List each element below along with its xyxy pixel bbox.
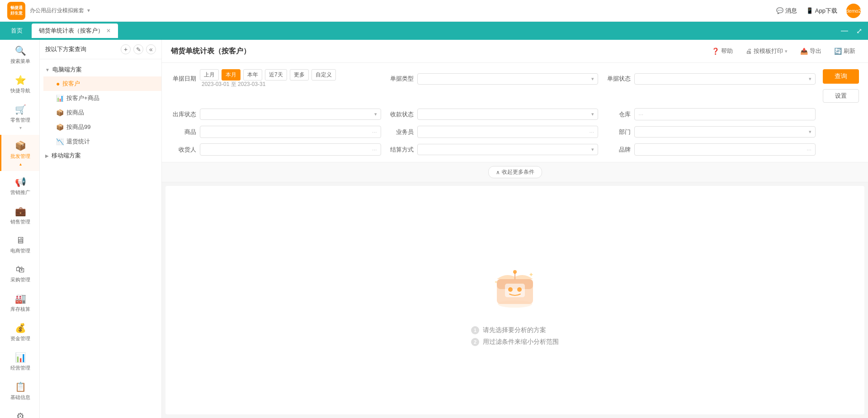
settings-button[interactable]: 设置 <box>823 89 859 103</box>
tree-item-customer-goods[interactable]: 📊 按客户+商品 <box>43 91 161 105</box>
maximize-button[interactable]: ⤢ <box>854 25 864 36</box>
query-button[interactable]: 查询 <box>823 69 859 84</box>
nav-sidebar: 🔍 搜索菜单 ⭐ 快捷导航 🛒 零售管理 ▾ 📦 批发管理 ▴ 📢 营销推广 💼… <box>0 40 40 418</box>
out-status-filter-cell: 出库状态 ▾ <box>171 109 381 120</box>
goods-input[interactable]: ··· <box>200 126 381 138</box>
payment-select[interactable]: ▾ <box>417 144 599 155</box>
empty-state: ✦ ✦ 1 请先选择要分析的方案 2 用过滤条件来缩小分析范围 <box>165 186 864 414</box>
warehouse-label: 仓库 <box>605 110 631 119</box>
minimize-button[interactable]: — <box>839 25 850 36</box>
warehouse-input[interactable]: ··· <box>634 108 816 120</box>
help-button[interactable]: ❓ 帮助 <box>708 45 736 57</box>
customer-goods-icon: 📊 <box>56 95 64 102</box>
by-customer-icon: ● <box>56 80 60 87</box>
brand-label: 品牌 <box>605 146 631 154</box>
wholesale-arrow-icon: ▴ <box>19 162 22 166</box>
staff-label: 业务员 <box>388 128 414 136</box>
download-icon: 📱 <box>806 7 813 14</box>
sidebar-item-operation[interactable]: 📊 经营管理 <box>0 347 39 376</box>
date-btn-this-month[interactable]: 本月 <box>222 69 241 81</box>
staff-filter-cell: 业务员 ··· <box>388 126 599 138</box>
page-header-actions: ❓ 帮助 🖨 按模板打印 ▾ 📤 导出 🔄 刷新 <box>708 45 859 57</box>
tab-close-icon[interactable]: ✕ <box>106 28 111 34</box>
date-btn-custom[interactable]: 自定义 <box>311 69 336 81</box>
recv-status-select[interactable]: ▾ <box>417 109 599 120</box>
refresh-button[interactable]: 🔄 刷新 <box>830 45 859 57</box>
brand-filter-cell: 品牌 ··· <box>605 143 816 156</box>
sidebar-item-base[interactable]: 📋 基础信息 <box>0 376 39 405</box>
topbar-right: 💬 消息 📱 App下载 demo2 <box>776 4 861 18</box>
doc-type-chevron-icon: ▾ <box>591 76 594 82</box>
sidebar-item-search-menu[interactable]: 🔍 搜索菜单 <box>0 40 39 69</box>
search-menu-icon: 🔍 <box>15 45 26 56</box>
tree-item-return-stats[interactable]: 📉 退货统计 <box>43 134 161 149</box>
recipient-label: 收货人 <box>171 146 196 154</box>
sidebar-item-wholesale[interactable]: 📦 批发管理 ▴ <box>0 135 39 171</box>
doc-type-label: 单据类型 <box>388 75 414 83</box>
print-button[interactable]: 🖨 按模板打印 ▾ <box>742 45 791 57</box>
app-title: 办公用品行业模拟账套 ▾ <box>30 7 90 14</box>
tree-group-pc-header[interactable]: ▼ 电脑端方案 <box>40 63 161 76</box>
doc-status-label: 单据状态 <box>605 75 631 83</box>
refresh-icon: 🔄 <box>834 48 842 55</box>
tree-item-by-goods-99[interactable]: 📦 按商品99 <box>43 120 161 134</box>
date-label: 单据日期 <box>171 75 196 83</box>
sidebar-item-quick-nav[interactable]: ⭐ 快捷导航 <box>0 69 39 99</box>
recv-status-chevron-icon: ▾ <box>591 111 594 117</box>
print-icon: 🖨 <box>745 48 752 55</box>
sidebar-item-purchase[interactable]: 🛍 采购管理 <box>0 259 39 288</box>
sidebar-item-finance[interactable]: 💰 资金管理 <box>0 317 39 347</box>
avatar[interactable]: demo2 <box>846 4 861 18</box>
tab-home[interactable]: 首页 <box>4 24 30 38</box>
doc-type-select[interactable]: ▾ <box>417 73 599 85</box>
staff-input[interactable]: ··· <box>417 126 599 138</box>
date-btn-this-year[interactable]: 本年 <box>243 69 262 81</box>
collapse-panel-button[interactable]: « <box>146 44 156 54</box>
tree-item-by-goods[interactable]: 📦 按商品 <box>43 105 161 120</box>
tree-group-mobile-header[interactable]: ▶ 移动端方案 <box>40 149 161 162</box>
app-logo: 畅捷通好生意 <box>7 2 25 20</box>
tab-report[interactable]: 销货单统计表（按客户） ✕ <box>32 24 118 38</box>
return-stats-icon: 📉 <box>56 138 64 145</box>
brand-input[interactable]: ··· <box>634 143 816 156</box>
tabbar: 首页 销货单统计表（按客户） ✕ — ⤢ <box>0 22 868 40</box>
date-btn-more[interactable]: 更多 <box>290 69 309 81</box>
sidebar-item-sales[interactable]: 💼 销售管理 <box>0 200 39 230</box>
date-btn-7days[interactable]: 近7天 <box>265 69 287 81</box>
payment-filter-cell: 结算方式 ▾ <box>388 144 599 155</box>
empty-tip-2: 2 用过滤条件来缩小分析范围 <box>471 338 559 346</box>
recv-status-label: 收款状态 <box>388 110 414 119</box>
empty-tips: 1 请先选择要分析的方案 2 用过滤条件来缩小分析范围 <box>471 326 559 346</box>
doc-status-select[interactable]: ▾ <box>634 73 816 85</box>
date-range-display: 2023-03-01 至 2023-03-31 <box>202 81 381 88</box>
edit-scheme-button[interactable]: ✎ <box>133 44 143 54</box>
collapse-button[interactable]: ∧ 收起更多条件 <box>488 166 542 178</box>
finance-icon: 💰 <box>15 323 26 333</box>
filter-section: 单据日期 上月 本月 本年 近7天 更多 自定义 <box>162 63 868 156</box>
sidebar-item-retail[interactable]: 🛒 零售管理 ▾ <box>0 99 39 135</box>
dept-select[interactable]: ▾ <box>634 126 816 138</box>
message-button[interactable]: 💬 消息 <box>776 7 797 15</box>
sidebar-item-marketing[interactable]: 📢 营销推广 <box>0 171 39 200</box>
tabbar-actions: — ⤢ <box>839 25 864 36</box>
industry-dropdown-icon[interactable]: ▾ <box>87 7 90 14</box>
add-scheme-button[interactable]: + <box>121 44 131 54</box>
ecommerce-icon: 🖥 <box>16 235 25 246</box>
sidebar-item-ecommerce[interactable]: 🖥 电商管理 <box>0 230 39 259</box>
export-button[interactable]: 📤 导出 <box>797 45 825 57</box>
topbar: 畅捷通好生意 办公用品行业模拟账套 ▾ 💬 消息 📱 App下载 demo2 <box>0 0 868 22</box>
svg-point-5 <box>517 287 522 292</box>
out-status-select[interactable]: ▾ <box>200 109 381 120</box>
wholesale-icon: 📦 <box>15 140 26 151</box>
date-btn-last-month[interactable]: 上月 <box>200 69 219 81</box>
recipient-filter-cell: 收货人 ··· <box>171 143 381 156</box>
sidebar-item-system[interactable]: ⚙ 系统管理 <box>0 405 39 418</box>
sidebar-item-inventory[interactable]: 🏭 库存核算 <box>0 288 39 317</box>
topbar-left: 畅捷通好生意 办公用品行业模拟账套 ▾ <box>7 2 90 20</box>
recipient-input[interactable]: ··· <box>200 143 381 156</box>
tree-item-by-customer[interactable]: ● 按客户 <box>43 76 161 91</box>
payment-label: 结算方式 <box>388 146 414 154</box>
payment-chevron-icon: ▾ <box>591 147 594 152</box>
svg-text:✦: ✦ <box>528 271 534 278</box>
app-download-button[interactable]: 📱 App下载 <box>806 7 837 15</box>
